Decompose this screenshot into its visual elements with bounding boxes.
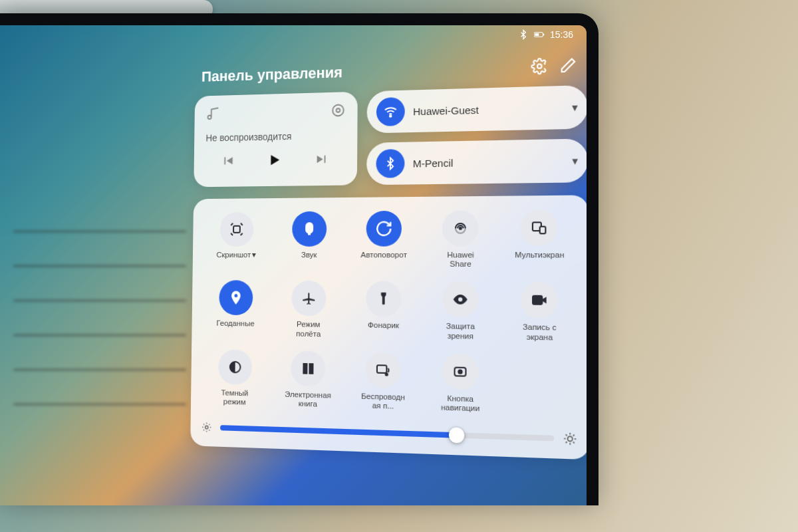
music-note-icon xyxy=(206,106,220,121)
toggle-huaweishare[interactable]: Huawei Share xyxy=(424,210,497,269)
toggle-screenrec[interactable]: Запись с экрана xyxy=(503,282,577,342)
svg-point-4 xyxy=(207,115,211,119)
toggle-ebook[interactable]: Электронная книга xyxy=(273,350,342,410)
autorotate-icon xyxy=(366,211,402,247)
screenrec-icon xyxy=(521,282,558,319)
svg-point-14 xyxy=(458,298,462,302)
svg-rect-2 xyxy=(543,34,544,36)
svg-point-3 xyxy=(537,64,541,68)
svg-rect-17 xyxy=(377,365,386,373)
media-output-icon[interactable] xyxy=(331,102,345,118)
toggle-label: Темный режим xyxy=(211,388,257,408)
panel-title: Панель управления xyxy=(201,58,521,86)
next-track-icon[interactable] xyxy=(315,152,329,167)
svg-point-10 xyxy=(460,227,462,229)
toggle-label: Защита зрения xyxy=(436,322,485,341)
prev-track-icon[interactable] xyxy=(221,154,235,168)
quick-toggles-card: Скриншот▾ЗвукАвтоповоротHuawei ShareМуль… xyxy=(190,195,589,460)
brightness-slider[interactable] xyxy=(220,425,554,441)
huaweishare-icon xyxy=(442,210,479,247)
toggle-eyecomfort[interactable]: Защита зрения xyxy=(424,281,497,341)
battery-icon xyxy=(534,29,545,40)
toggle-label: Huawei Share xyxy=(436,251,485,269)
bluetooth-icon xyxy=(376,149,404,178)
svg-point-7 xyxy=(390,115,391,116)
multiscreen-icon xyxy=(521,209,558,246)
svg-rect-1 xyxy=(535,33,539,36)
svg-rect-12 xyxy=(540,227,546,234)
toggle-wirelessproj[interactable]: Беспроводная п... xyxy=(348,351,419,412)
tablet-frame: 15:36 Панель управления xyxy=(0,13,598,505)
toggle-airplane[interactable]: Режим полёта xyxy=(274,281,343,339)
wifi-icon xyxy=(376,97,405,126)
bluetooth-status-icon xyxy=(518,29,529,40)
chevron-down-icon: ▾ xyxy=(572,100,578,114)
svg-rect-15 xyxy=(533,296,543,305)
sound-icon xyxy=(292,211,327,247)
toggle-label: Фонарик xyxy=(368,321,399,331)
media-status: Не воспроизводится xyxy=(205,130,345,143)
svg-point-22 xyxy=(568,436,573,441)
svg-point-21 xyxy=(205,426,207,430)
flashlight-icon xyxy=(366,281,402,317)
svg-point-5 xyxy=(332,104,344,116)
svg-rect-8 xyxy=(233,226,240,233)
navbutton-icon xyxy=(442,353,479,390)
toggle-flashlight[interactable]: Фонарик xyxy=(348,281,419,340)
brightness-thumb[interactable] xyxy=(449,428,464,444)
bluetooth-label: M-Pencil xyxy=(413,155,563,169)
toggle-screenshot[interactable]: Скриншот▾ xyxy=(203,211,270,268)
toggle-label: Геоданные xyxy=(216,319,254,329)
ebook-icon xyxy=(291,350,326,387)
toggle-label: Электронная книга xyxy=(285,390,331,409)
control-panel: Панель управления xyxy=(190,50,589,460)
toggle-sound[interactable]: Звук xyxy=(275,211,344,269)
play-icon[interactable] xyxy=(266,151,283,169)
brightness-high-icon xyxy=(563,432,577,446)
chevron-down-icon: ▾ xyxy=(252,251,256,259)
svg-point-20 xyxy=(459,370,462,373)
toggle-label: Мультиэкран xyxy=(515,251,564,260)
toggle-label: Звук xyxy=(301,251,317,260)
clock: 15:36 xyxy=(550,29,573,40)
screenshot-icon xyxy=(219,211,253,246)
svg-point-6 xyxy=(336,108,340,112)
darkmode-icon xyxy=(218,349,252,385)
toggle-location[interactable]: Геоданные xyxy=(202,281,269,338)
wirelessproj-icon xyxy=(365,352,401,388)
toggle-label: Запись с экрана xyxy=(515,323,565,342)
toggle-multiscreen[interactable]: Мультиэкран xyxy=(503,209,577,269)
status-bar: 15:36 xyxy=(518,29,573,40)
svg-point-18 xyxy=(386,373,388,375)
toggle-label: Автоповорот xyxy=(360,251,407,260)
background-content xyxy=(13,198,186,438)
bluetooth-pill[interactable]: M-Pencil ▾ xyxy=(366,138,588,185)
brightness-low-icon xyxy=(201,421,213,434)
chevron-down-icon: ▾ xyxy=(572,154,578,167)
toggle-label: Кнопка навигации xyxy=(436,394,485,414)
toggle-navbutton[interactable]: Кнопка навигации xyxy=(424,352,497,414)
toggle-label: Режим полёта xyxy=(285,320,332,338)
toggle-autorotate[interactable]: Автоповорот xyxy=(348,211,419,269)
toggle-darkmode[interactable]: Темный режим xyxy=(201,349,269,408)
brightness-row xyxy=(201,420,577,446)
location-icon xyxy=(219,281,253,316)
wifi-pill[interactable]: Huawei-Guest ▾ xyxy=(367,85,589,134)
eyecomfort-icon xyxy=(442,281,479,318)
wifi-label: Huawei-Guest xyxy=(413,102,563,117)
settings-icon[interactable] xyxy=(530,57,549,76)
edit-icon[interactable] xyxy=(559,56,577,74)
toggle-label: Скриншот▾ xyxy=(216,251,256,259)
toggle-label: Беспроводная п... xyxy=(359,392,407,412)
media-card: Не воспроизводится xyxy=(194,92,357,188)
airplane-icon xyxy=(291,281,326,317)
